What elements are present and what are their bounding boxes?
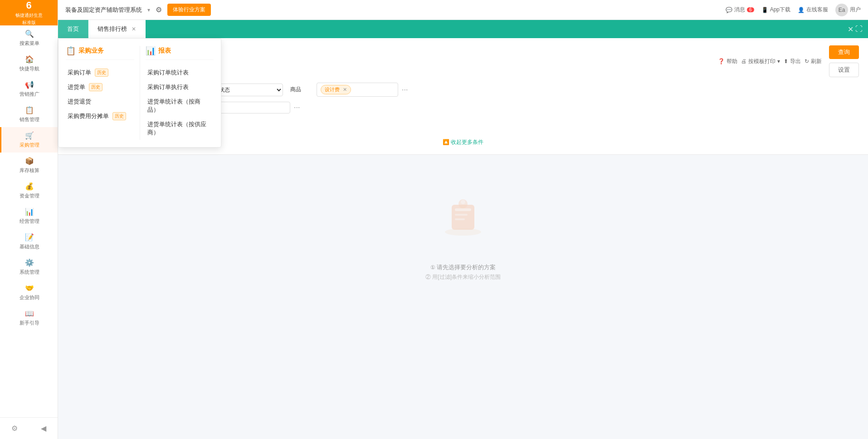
report-col-label: 报表 — [158, 47, 171, 55]
purchase-return-label: 进货退货 — [68, 98, 91, 106]
purchase-order-exec-item[interactable]: 采购订单执行表 — [146, 80, 214, 94]
col-divider — [140, 46, 140, 140]
instock-stat-supplier-item[interactable]: 进货单统计表（按供应商） — [146, 117, 214, 140]
purchase-business-title: 📋 采购业务 — [66, 46, 134, 60]
purchase-report-title: 📊 报表 — [146, 46, 214, 60]
business-col-label: 采购业务 — [78, 47, 104, 55]
purchase-business-col: 📋 采购业务 采购订单 历史 进货单 历史 进货退货 采购费用分摊单 历史 — [66, 46, 134, 140]
business-col-icon: 📋 — [66, 46, 76, 56]
purchase-order-label: 采购订单 — [68, 69, 91, 77]
purchase-instock-item[interactable]: 进货单 历史 — [66, 80, 134, 94]
purchase-expense-item[interactable]: 采购费用分摊单 历史 — [66, 109, 134, 123]
instock-stat-supplier-label: 进货单统计表（按供应商） — [147, 120, 212, 137]
purchase-order-item[interactable]: 采购订单 历史 — [66, 65, 134, 80]
purchase-expense-label: 采购费用分摊单 — [68, 112, 109, 120]
report-col-icon: 📊 — [146, 46, 156, 56]
purchase-dropdown-menu: 📋 采购业务 采购订单 历史 进货单 历史 进货退货 采购费用分摊单 历史 — [58, 38, 221, 148]
dropdown-cols: 📋 采购业务 采购订单 历史 进货单 历史 进货退货 采购费用分摊单 历史 — [66, 46, 214, 140]
purchase-order-hist-badge: 历史 — [95, 69, 108, 77]
purchase-return-item[interactable]: 进货退货 — [66, 94, 134, 109]
instock-stat-goods-item[interactable]: 进货单统计表（按商品） — [146, 94, 214, 117]
instock-stat-goods-label: 进货单统计表（按商品） — [147, 98, 212, 114]
purchase-report-col: 📊 报表 采购订单统计表 采购订单执行表 进货单统计表（按商品） 进货单统计表（… — [146, 46, 214, 140]
purchase-expense-hist-badge: 历史 — [112, 112, 126, 120]
purchase-order-stat-label: 采购订单统计表 — [147, 69, 189, 77]
purchase-order-stat-item[interactable]: 采购订单统计表 — [146, 65, 214, 80]
purchase-order-exec-label: 采购订单执行表 — [147, 83, 189, 91]
purchase-instock-label: 进货单 — [68, 83, 85, 91]
purchase-instock-hist-badge: 历史 — [89, 83, 102, 91]
